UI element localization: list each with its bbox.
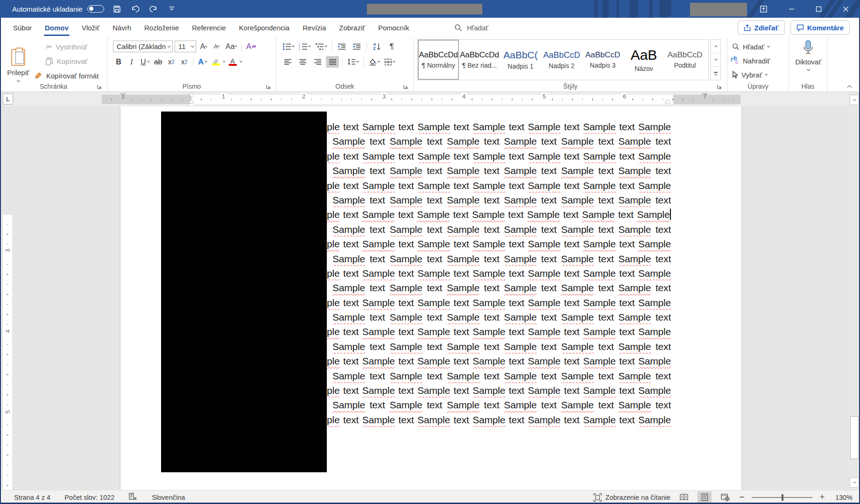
bullets-button[interactable] — [281, 41, 296, 52]
text-effects-button[interactable]: A — [197, 56, 209, 68]
show-paragraph-marks-button[interactable]: ¶ — [385, 41, 398, 52]
scrollbar-thumb[interactable] — [850, 416, 859, 459]
style-nadpis-3[interactable]: AaBbCcDNadpis 3 — [582, 40, 623, 80]
numbering-button[interactable]: 123 — [297, 41, 312, 52]
tab-návrh[interactable]: Návrh — [106, 18, 138, 37]
styles-dialog-launcher[interactable] — [717, 83, 723, 90]
vertical-scrollbar[interactable] — [849, 92, 860, 490]
hanging-indent-marker[interactable] — [189, 100, 194, 103]
highlight-color-button[interactable] — [210, 56, 221, 68]
document-page[interactable]: ple text Sample text Sample text Sample … — [120, 106, 741, 490]
comments-button[interactable]: Komentáre — [790, 21, 850, 35]
sort-button[interactable]: AZ — [370, 41, 383, 52]
tab-korešpondencia[interactable]: Korešpondencia — [233, 18, 296, 37]
underline-button[interactable]: U — [139, 56, 151, 68]
document-area[interactable]: 34567 ple text Sample text Sample text S… — [0, 106, 849, 490]
justify-button[interactable] — [326, 56, 339, 68]
style-n-zov[interactable]: AaBNázov — [623, 40, 664, 80]
align-center-button[interactable] — [296, 56, 309, 68]
scroll-up-icon[interactable] — [850, 95, 859, 105]
ruler-left-margin[interactable] — [102, 95, 191, 104]
paragraph-dialog-launcher[interactable] — [403, 83, 409, 90]
search-box[interactable]: Hľadať — [454, 18, 488, 37]
style-podtitul[interactable]: AaBbCcDPodtitul — [664, 40, 705, 80]
close-button[interactable] — [835, 0, 856, 18]
format-painter-button[interactable]: Kopírovať formát — [35, 70, 99, 81]
read-mode-view-button[interactable] — [677, 491, 691, 504]
style--norm-lny[interactable]: AaBbCcDd¶ Normálny — [418, 40, 459, 80]
style--bez-riad-[interactable]: AaBbCcDd¶ Bez riad... — [459, 40, 500, 80]
tab-rozloženie[interactable]: Rozloženie — [138, 18, 185, 37]
bold-button[interactable]: B — [113, 56, 124, 68]
tab-selector-button[interactable]: L — [3, 93, 13, 105]
page-indicator[interactable]: Strana 4 z 4 — [14, 494, 50, 501]
font-dialog-launcher[interactable] — [266, 83, 272, 90]
replace-button[interactable]: b c Nahradiť — [732, 55, 770, 66]
zoom-level[interactable]: 130% — [832, 494, 853, 501]
increase-indent-button[interactable] — [350, 41, 363, 52]
font-color-dropdown-icon[interactable] — [240, 60, 242, 63]
tab-domov[interactable]: Domov — [38, 18, 75, 37]
tab-súbor[interactable]: Súbor — [7, 18, 38, 37]
font-color-button[interactable]: A — [227, 56, 238, 68]
strikethrough-button[interactable]: ab — [153, 56, 164, 68]
styles-scroll-up-icon[interactable] — [711, 40, 720, 53]
dictate-button[interactable]: Diktovať — [789, 40, 827, 70]
line-spacing-button[interactable] — [346, 56, 360, 68]
zoom-slider-handle[interactable] — [782, 494, 783, 501]
word-count[interactable]: Počet slov: 1022 — [64, 494, 114, 501]
paste-button[interactable]: Prilepiť — [5, 40, 32, 89]
highlight-dropdown-icon[interactable] — [223, 60, 226, 63]
zoom-slider[interactable] — [752, 497, 812, 498]
style-nadpis-1[interactable]: AaBbC(Nadpis 1 — [500, 40, 541, 80]
ribbon-display-options-icon[interactable] — [753, 0, 774, 18]
decrease-indent-button[interactable] — [335, 41, 348, 52]
change-case-button[interactable]: Aa — [224, 41, 238, 52]
tab-zobraziť[interactable]: Zobraziť — [332, 18, 372, 37]
save-icon[interactable] — [112, 4, 122, 14]
styles-gallery-expand-icon[interactable] — [711, 67, 720, 80]
font-size-combo[interactable]: 11 — [175, 41, 196, 52]
language-indicator[interactable]: Slovenčina — [152, 494, 185, 501]
collapse-ribbon-icon[interactable] — [843, 83, 855, 91]
maximize-button[interactable] — [808, 0, 829, 18]
zoom-out-button[interactable]: − — [739, 492, 745, 502]
style-nadpis-2[interactable]: AaBbCcDNadpis 2 — [541, 40, 582, 80]
clear-formatting-button[interactable]: A — [245, 41, 258, 52]
paste-dropdown-icon[interactable] — [16, 79, 20, 82]
share-button[interactable]: Zdieľať — [738, 21, 784, 35]
subscript-button[interactable]: x2 — [166, 56, 177, 68]
find-button[interactable]: Hľadať — [732, 41, 769, 52]
left-indent-marker[interactable] — [189, 104, 194, 106]
first-line-indent-marker[interactable] — [189, 94, 194, 97]
focus-view-button[interactable]: Zobrazenie na čítanie — [593, 493, 670, 502]
autosave-toggle[interactable]: Automatické ukladanie — [12, 5, 104, 13]
tab-vložiť[interactable]: Vložiť — [75, 18, 106, 37]
multilevel-list-button[interactable] — [314, 41, 328, 52]
shading-button[interactable] — [367, 56, 381, 68]
clipboard-dialog-launcher[interactable] — [97, 83, 103, 90]
minimize-button[interactable] — [781, 0, 802, 18]
italic-button[interactable]: I — [126, 56, 137, 68]
proofing-errors-icon[interactable] — [128, 492, 138, 503]
print-layout-view-button[interactable] — [698, 491, 712, 504]
cut-button[interactable]: ✂ Vystrihnúť — [35, 41, 99, 52]
autosave-switch-icon[interactable] — [87, 5, 104, 13]
undo-button[interactable] — [130, 4, 141, 14]
scroll-down-icon[interactable] — [850, 477, 859, 488]
select-button[interactable]: Vybrať — [732, 69, 767, 80]
tab-referencie[interactable]: Referencie — [185, 18, 233, 37]
customize-quick-access-icon[interactable] — [167, 4, 177, 14]
web-layout-view-button[interactable] — [718, 491, 732, 504]
align-left-button[interactable] — [281, 56, 294, 68]
document-text[interactable]: ple text Sample text Sample text Sample … — [327, 119, 671, 427]
shrink-font-button[interactable]: A — [211, 41, 222, 52]
redo-button[interactable] — [148, 4, 159, 14]
grow-font-button[interactable]: A — [198, 41, 209, 52]
copy-button[interactable]: Kopírovať — [35, 56, 99, 67]
horizontal-ruler[interactable] — [191, 95, 673, 104]
zoom-in-button[interactable]: + — [819, 492, 825, 502]
vertical-ruler[interactable]: 34567 — [3, 215, 12, 490]
styles-scroll-down-icon[interactable] — [711, 53, 720, 67]
align-right-button[interactable] — [311, 56, 324, 68]
